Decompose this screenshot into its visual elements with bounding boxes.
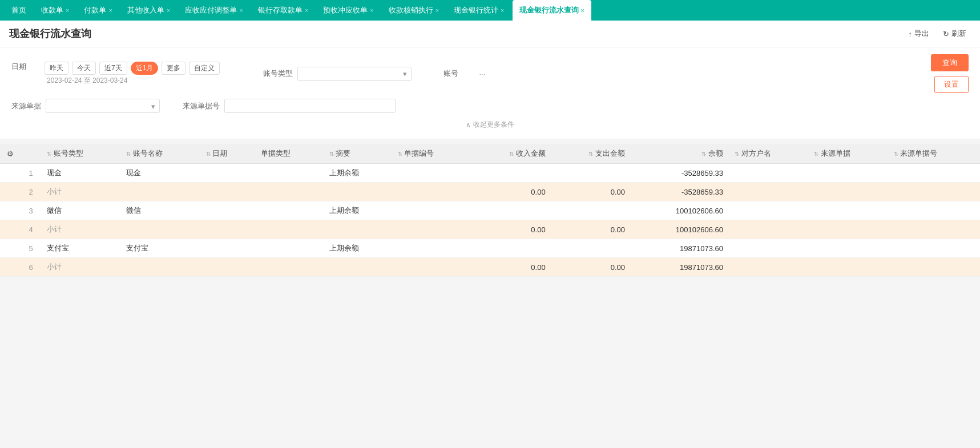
table-cell bbox=[888, 220, 980, 239]
close-icon[interactable]: × bbox=[66, 7, 69, 14]
table-cell: 微信 bbox=[41, 201, 120, 220]
account-more-btn[interactable]: ··· bbox=[477, 70, 487, 78]
table-cell bbox=[808, 201, 888, 220]
table-cell: 3 bbox=[21, 201, 41, 220]
table-cell: 0.00 bbox=[551, 183, 631, 201]
date-btn-1month[interactable]: 近1月 bbox=[131, 62, 159, 75]
filter-group-account-type: 账号类型 现金 微信 支付宝 bbox=[263, 67, 412, 81]
col-source-doc-no[interactable]: ⇅ 来源单据号 bbox=[888, 144, 980, 164]
table-cell bbox=[0, 220, 21, 239]
table-cell bbox=[551, 239, 631, 258]
nav-item-cashflow[interactable]: 现金银行流水查询 × bbox=[513, 0, 591, 21]
nav-item-home[interactable]: 首页 bbox=[5, 0, 33, 21]
table-cell bbox=[0, 183, 21, 201]
col-summary[interactable]: ⇅ 摘要 bbox=[324, 144, 392, 164]
table-cell bbox=[551, 164, 631, 183]
table-cell bbox=[324, 220, 392, 239]
export-button[interactable]: ↑ 导出 bbox=[904, 26, 934, 41]
filter-row-date: 日期 昨天 今天 近7天 近1月 更多 自定义 2023-02-24 至 202… bbox=[11, 54, 969, 93]
col-counterpart[interactable]: ⇅ 对方户名 bbox=[729, 144, 808, 164]
collapse-label: 收起更多条件 bbox=[473, 120, 514, 130]
source-doc-select[interactable] bbox=[46, 99, 160, 113]
refresh-button[interactable]: ↻ 刷新 bbox=[938, 26, 971, 41]
col-source-doc[interactable]: ⇅ 来源单据 bbox=[808, 144, 888, 164]
date-btn-more[interactable]: 更多 bbox=[162, 62, 185, 75]
close-icon[interactable]: × bbox=[305, 7, 308, 14]
table-cell: 0.00 bbox=[471, 220, 551, 239]
table-cell: 支付宝 bbox=[41, 239, 120, 258]
close-icon[interactable]: × bbox=[239, 7, 243, 14]
table-row[interactable]: 5支付宝支付宝上期余额19871073.60 bbox=[0, 239, 980, 258]
close-icon[interactable]: × bbox=[370, 7, 373, 14]
table-cell bbox=[0, 258, 21, 277]
table-cell bbox=[392, 183, 471, 201]
table-cell bbox=[471, 239, 551, 258]
source-doc-num-input[interactable] bbox=[224, 99, 396, 113]
data-table: ⚙ ⇅ 账号类型 ⇅ 账号名称 ⇅ 日期 单据类型 ⇅ 摘要 ⇅ 单据编号 bbox=[0, 144, 980, 277]
sort-icon: ⇅ bbox=[47, 151, 51, 157]
table-cell: 微信 bbox=[120, 201, 200, 220]
table-row[interactable]: 6小计0.000.0019871073.60 bbox=[0, 258, 980, 277]
table-cell bbox=[200, 220, 255, 239]
close-icon[interactable]: × bbox=[581, 7, 584, 14]
table-cell bbox=[729, 258, 808, 277]
table-row[interactable]: 3微信微信上期余额100102606.60 bbox=[0, 201, 980, 220]
nav-item-other-income[interactable]: 其他收入单 × bbox=[120, 0, 177, 21]
col-doc-no[interactable]: ⇅ 单据编号 bbox=[392, 144, 471, 164]
nav-item-receipt[interactable]: 收款单 × bbox=[34, 0, 76, 21]
nav-item-collection[interactable]: 收款核销执行 × bbox=[382, 0, 446, 21]
sort-icon: ⇅ bbox=[329, 151, 334, 157]
col-account-type[interactable]: ⇅ 账号类型 bbox=[41, 144, 120, 164]
close-icon[interactable]: × bbox=[167, 7, 170, 14]
table-cell bbox=[888, 201, 980, 220]
table-cell bbox=[392, 258, 471, 277]
filter-group-source-doc-num: 来源单据号 bbox=[183, 99, 396, 113]
table-cell bbox=[729, 183, 808, 201]
table-cell bbox=[471, 201, 551, 220]
export-icon: ↑ bbox=[909, 30, 913, 38]
table-cell bbox=[200, 183, 255, 201]
col-date[interactable]: ⇅ 日期 bbox=[200, 144, 255, 164]
date-btn-custom[interactable]: 自定义 bbox=[189, 62, 220, 75]
filter-area: 日期 昨天 今天 近7天 近1月 更多 自定义 2023-02-24 至 202… bbox=[0, 47, 980, 139]
account-type-select[interactable]: 现金 微信 支付宝 bbox=[297, 67, 412, 81]
table-cell bbox=[120, 183, 200, 201]
col-doc-type: 单据类型 bbox=[255, 144, 324, 164]
table-row[interactable]: 2小计0.000.00-3528659.33 bbox=[0, 183, 980, 201]
nav-item-adjustment[interactable]: 应收应付调整单 × bbox=[178, 0, 249, 21]
table-cell: -3528659.33 bbox=[631, 164, 729, 183]
date-shortcuts: 昨天 今天 近7天 近1月 更多 自定义 bbox=[45, 62, 220, 75]
close-icon[interactable]: × bbox=[501, 7, 504, 14]
table-cell bbox=[729, 201, 808, 220]
date-btn-yesterday[interactable]: 昨天 bbox=[45, 62, 68, 75]
nav-item-prepay[interactable]: 预收冲应收单 × bbox=[316, 0, 380, 21]
col-expense[interactable]: ⇅ 支出金额 bbox=[551, 144, 631, 164]
table-cell: 19871073.60 bbox=[631, 239, 729, 258]
table-cell: 2 bbox=[21, 183, 41, 201]
table-row[interactable]: 4小计0.000.00100102606.60 bbox=[0, 220, 980, 239]
nav-item-bank-deposit[interactable]: 银行存取款单 × bbox=[251, 0, 315, 21]
table-cell bbox=[808, 258, 888, 277]
date-btn-7days[interactable]: 近7天 bbox=[99, 62, 127, 75]
query-button[interactable]: 查询 bbox=[931, 54, 969, 71]
table-row[interactable]: 1现金现金上期余额-3528659.33 bbox=[0, 164, 980, 183]
table-cell bbox=[200, 258, 255, 277]
filter-row-second: 来源单据 来源单据号 bbox=[11, 99, 969, 113]
table-cell: 0.00 bbox=[471, 183, 551, 201]
close-icon[interactable]: × bbox=[108, 7, 112, 14]
table-cell: 上期余额 bbox=[324, 239, 392, 258]
collapse-bar[interactable]: ∧ 收起更多条件 bbox=[11, 118, 969, 132]
table-cell bbox=[392, 164, 471, 183]
col-settings[interactable]: ⚙ bbox=[0, 144, 21, 164]
nav-item-payment[interactable]: 付款单 × bbox=[77, 0, 119, 21]
col-account-name[interactable]: ⇅ 账号名称 bbox=[120, 144, 200, 164]
nav-item-stats[interactable]: 现金银行统计 × bbox=[447, 0, 511, 21]
close-icon[interactable]: × bbox=[435, 7, 439, 14]
col-balance[interactable]: ⇅ 余额 bbox=[631, 144, 729, 164]
table-cell: 5 bbox=[21, 239, 41, 258]
source-doc-num-label: 来源单据号 bbox=[183, 101, 220, 111]
col-income[interactable]: ⇅ 收入金额 bbox=[471, 144, 551, 164]
table-cell bbox=[324, 258, 392, 277]
settings-button[interactable]: 设置 bbox=[934, 76, 969, 93]
date-btn-today[interactable]: 今天 bbox=[72, 62, 96, 75]
